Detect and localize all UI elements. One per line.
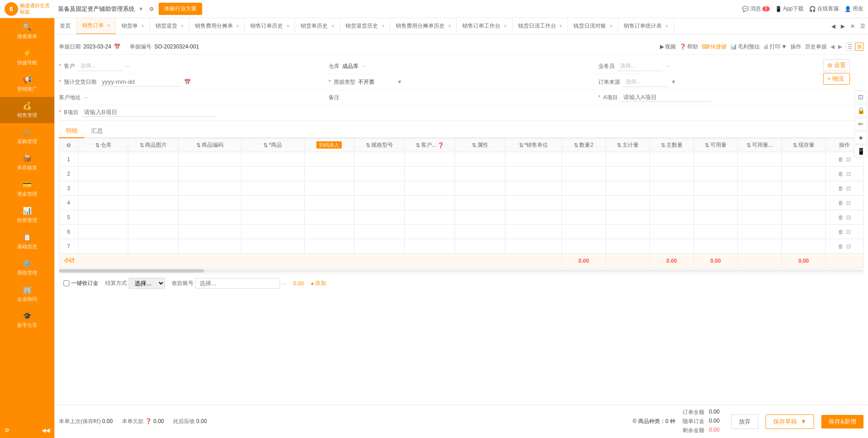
- sidebar-item-sales[interactable]: 💰 销售管理: [0, 97, 54, 123]
- th-avail2[interactable]: ⇅可用量...: [737, 139, 781, 152]
- operation-link[interactable]: 操作: [790, 43, 801, 51]
- row-5-copy-icon[interactable]: ⊡: [846, 214, 851, 221]
- row-7-image[interactable]: [128, 239, 179, 254]
- row-6-image[interactable]: [128, 225, 179, 239]
- row-7-main-unit[interactable]: [606, 239, 650, 254]
- row-1-spec[interactable]: [354, 152, 405, 167]
- row-7-delete-icon[interactable]: 🗑: [838, 243, 844, 250]
- sidebar-item-purchase[interactable]: 🛒 采购管理: [0, 123, 54, 149]
- row-3-attr[interactable]: [455, 181, 505, 196]
- row-2-main-qty[interactable]: [650, 167, 693, 181]
- sidebar-item-guide[interactable]: 🎓 新手引导: [0, 307, 54, 333]
- tab-6[interactable]: 销货单历史×: [295, 18, 340, 34]
- th-avail[interactable]: ⇅可用量: [693, 139, 737, 152]
- add-button[interactable]: ● 添加: [310, 279, 325, 287]
- row-4-code[interactable]: [179, 196, 242, 210]
- history-link[interactable]: 历史单据: [805, 43, 827, 51]
- detail-tab-mingxi[interactable]: 明细: [59, 125, 84, 138]
- row-4-delete-icon[interactable]: 🗑: [838, 200, 844, 206]
- view-toggle[interactable]: ☰ ⊞: [846, 43, 863, 51]
- row-3-spec[interactable]: [354, 181, 405, 196]
- row-2-warehouse[interactable]: [78, 167, 128, 181]
- tab-menu-button[interactable]: ☰: [858, 23, 868, 29]
- sidebar-item-basic[interactable]: 📋 基础信息: [0, 228, 54, 255]
- tab-close-6[interactable]: ×: [331, 24, 334, 29]
- tab-close-11[interactable]: ×: [610, 24, 612, 29]
- row-5-attr[interactable]: [455, 210, 505, 225]
- row-3-customer-code[interactable]: [405, 181, 455, 196]
- tab-close-5[interactable]: ×: [286, 24, 289, 29]
- row-6-avail2[interactable]: [737, 225, 781, 239]
- row-3-scan[interactable]: [304, 181, 354, 196]
- sidebar-item-search[interactable]: 🔍 搜索菜单: [0, 18, 54, 44]
- row-6-qty2[interactable]: [562, 225, 606, 239]
- row-6-copy-icon[interactable]: ⊡: [846, 229, 851, 235]
- right-panel-icon-1[interactable]: ⊡: [854, 91, 867, 103]
- row-4-scan[interactable]: [304, 196, 354, 210]
- shortcut-link[interactable]: ⌨ 快捷键: [702, 43, 727, 51]
- th-warehouse[interactable]: ⇅仓库: [78, 139, 128, 152]
- row-6-goods[interactable]: [241, 225, 304, 239]
- row-3-qty2[interactable]: [562, 181, 606, 196]
- sidebar-item-quick-nav[interactable]: ⚡ 快捷导航: [0, 44, 54, 71]
- row-1-code[interactable]: [179, 152, 242, 167]
- tab-9[interactable]: 销售订单工作台×: [457, 18, 513, 34]
- tab-close-12[interactable]: ×: [665, 24, 668, 29]
- row-5-warehouse[interactable]: [78, 210, 128, 225]
- row-4-spec[interactable]: [354, 196, 405, 210]
- row-1-image[interactable]: [128, 152, 179, 167]
- save-new-button[interactable]: 保存&新增: [821, 415, 863, 428]
- scroll-track[interactable]: [59, 269, 863, 273]
- setting-button[interactable]: ⚙ 设置: [823, 59, 850, 71]
- calendar-icon[interactable]: 📅: [114, 43, 121, 50]
- row-2-delete-icon[interactable]: 🗑: [838, 171, 844, 177]
- sidebar-settings-icon[interactable]: ⚙: [5, 427, 10, 433]
- row-4-customer-code[interactable]: [405, 196, 455, 210]
- row-3-warehouse[interactable]: [78, 181, 128, 196]
- dropdown-icon[interactable]: ▼: [138, 6, 144, 12]
- row-1-copy-icon[interactable]: ⊡: [846, 156, 851, 163]
- row-7-goods[interactable]: [241, 239, 304, 254]
- row-2-main-unit[interactable]: [606, 167, 650, 181]
- tab-11[interactable]: 钱货日清对账×: [568, 18, 618, 34]
- tab-12[interactable]: 销售订单统计表×: [618, 18, 674, 34]
- row-7-unit[interactable]: [505, 239, 562, 254]
- row-4-main-qty[interactable]: [650, 196, 693, 210]
- row-3-image[interactable]: [128, 181, 179, 196]
- th-unit[interactable]: ⇅*销售单位: [505, 139, 562, 152]
- sidebar-item-capital[interactable]: 💳 资金管理: [0, 176, 54, 202]
- row-6-delete-icon[interactable]: 🗑: [838, 229, 844, 235]
- row-3-goods[interactable]: [241, 181, 304, 196]
- row-3-main-unit[interactable]: [606, 181, 650, 196]
- row-2-unit[interactable]: [505, 167, 562, 181]
- row-1-main-unit[interactable]: [606, 152, 650, 167]
- row-5-avail2[interactable]: [737, 210, 781, 225]
- row-2-attr[interactable]: [455, 167, 505, 181]
- row-5-avail[interactable]: [693, 210, 737, 225]
- row-7-attr[interactable]: [455, 239, 505, 254]
- row-1-attr[interactable]: [455, 152, 505, 167]
- tab-close-8[interactable]: ×: [448, 24, 451, 29]
- sidebar-collapse-icon[interactable]: ◀◀: [42, 427, 50, 433]
- right-panel-icon-4[interactable]: ★: [854, 131, 867, 144]
- tab-close-all-button[interactable]: ✕: [848, 23, 858, 29]
- row-3-avail2[interactable]: [737, 181, 781, 196]
- th-qty2[interactable]: ⇅数量2: [562, 139, 606, 152]
- save-draft-button[interactable]: 保存草稿 ▼: [766, 414, 814, 429]
- row-5-unit[interactable]: [505, 210, 562, 225]
- row-4-goods[interactable]: [241, 196, 304, 210]
- app-download-button[interactable]: 📱 App下载: [775, 5, 804, 13]
- row-1-scan[interactable]: [304, 152, 354, 167]
- row-4-avail2[interactable]: [737, 196, 781, 210]
- tab-close-10[interactable]: ×: [560, 24, 563, 29]
- tab-3[interactable]: 销货退货×: [150, 18, 189, 34]
- print-link[interactable]: 🖨 打印 ▼: [763, 43, 787, 51]
- row-3-code[interactable]: [179, 181, 242, 196]
- row-7-current[interactable]: [781, 239, 825, 254]
- row-1-warehouse[interactable]: [78, 152, 128, 167]
- row-4-qty2[interactable]: [562, 196, 606, 210]
- sidebar-item-system[interactable]: ⚙️ 系统管理: [0, 255, 54, 281]
- tab-close-9[interactable]: ×: [504, 24, 507, 29]
- customer-ellipsis[interactable]: ···: [126, 63, 130, 69]
- row-4-unit[interactable]: [505, 196, 562, 210]
